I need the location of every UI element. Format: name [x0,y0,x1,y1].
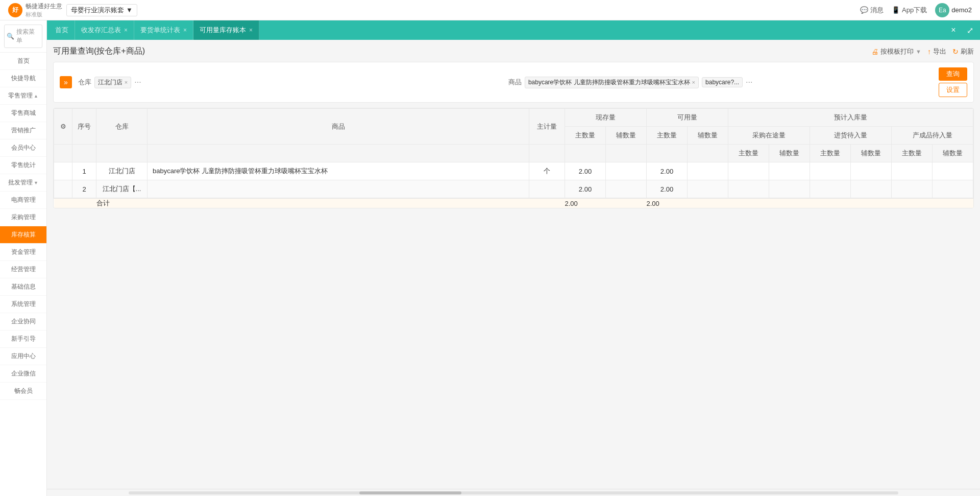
tab-close-order-stats[interactable]: × [183,27,187,33]
product-more-btn[interactable]: ··· [746,78,752,87]
cell-avail-main-1: 2.00 [647,162,688,180]
cell-pp-aux-2 [851,180,892,199]
cell-prod-main-1 [892,162,933,180]
tab-close-receipt-summary[interactable]: × [124,27,128,33]
filter-product-group: 商品 babycare学饮杯 儿童防摔防撞吸管杯重力球吸嘴杯宝宝水杯 × bab… [508,77,933,88]
cell-pt-main-1 [728,162,769,180]
sidebar-item-app-center[interactable]: 应用中心 [0,348,46,365]
sidebar-item-enterprise-collab[interactable]: 企业协同 [0,313,46,330]
product-tag-2: babycare?... [702,77,743,87]
cell-gear-1[interactable] [54,162,72,180]
user-profile[interactable]: Ea demo2 [935,3,972,17]
export-action[interactable]: ↑ 导出 [927,47,946,56]
cell-pp-main-2 [810,180,851,199]
sidebar-item-member[interactable]: 畅会员 [0,383,46,400]
template-print-action[interactable]: 🖨 按模板打印 ▼ [871,47,921,56]
warehouse-tag-close[interactable]: × [125,79,128,85]
sidebar-item-retail-stats[interactable]: 零售统计 [0,157,46,174]
th-available-qty: 可用量 [647,109,728,127]
cell-stock-aux-2 [606,180,647,199]
sidebar-item-purchase-mgmt[interactable]: 采购管理 [0,209,46,226]
cell-prod-aux-2 [933,180,973,199]
cell-avail-aux-2 [688,180,728,199]
product-tag1-close[interactable]: × [692,79,695,85]
tab-receipt-summary[interactable]: 收发存汇总表 × [75,20,134,40]
cell-product-2 [148,180,529,199]
tab-close-all-btn[interactable]: × [947,24,960,36]
sidebar-item-finance-mgmt[interactable]: 资金管理 [0,244,46,261]
main-layout: 🔍 搜索菜单 首页 快捷导航 零售管理 零售商城 营销推广 会员中心 零售统计 … [0,20,980,496]
sidebar-item-ecom-mgmt[interactable]: 电商管理 [0,192,46,209]
cell-stock-main-2: 2.00 [565,180,606,199]
filter-warehouse-group: 仓库 江北门店 × ··· [78,77,502,88]
cell-product-1: babycare学饮杯 儿童防摔防撞吸管杯重力球吸嘴杯宝宝水杯 [148,162,529,180]
th-purchase-pending-header: 进货待入量 [810,127,892,145]
th-gear[interactable]: ⚙ [54,109,72,145]
inventory-table: ⚙ 序号 仓库 商品 主计量 现存量 可用量 预计入库量 主数量 辅数量 [54,108,973,208]
th-empty8 [647,145,688,162]
top-bar-right: 💬 消息 📱 App下载 Ea demo2 [860,3,972,17]
sidebar-item-retail-mall[interactable]: 零售商城 [0,105,46,122]
footer-label: 合计 [96,198,148,208]
footer-prod-main [892,198,933,208]
sidebar-item-new-user-guide[interactable]: 新手引导 [0,330,46,348]
cell-pt-aux-1 [769,162,810,180]
logo-text: 畅捷通好生意 [26,2,62,11]
industry-selector[interactable]: 母婴行业演示账套 ▼ [66,4,137,16]
page-header: 可用量查询(按仓库+商品) 🖨 按模板打印 ▼ ↑ 导出 ↻ 刷新 [53,46,974,57]
sidebar-item-enterprise-wechat[interactable]: 企业微信 [0,365,46,383]
th-main-unit: 主计量 [529,109,565,145]
search-menu-btn[interactable]: 🔍 搜索菜单 [4,25,42,48]
cell-prod-aux-1 [933,162,973,180]
top-bar: 好 畅捷通好生意 标准版 母婴行业演示账套 ▼ 💬 消息 📱 App下载 Ea … [0,0,980,20]
footer-cell-2 [72,198,96,208]
th-empty1 [54,145,72,162]
refresh-action[interactable]: ↻ 刷新 [952,47,974,56]
cell-avail-main-2: 2.00 [647,180,688,199]
sidebar-item-home[interactable]: 首页 [0,53,46,70]
cell-stock-aux-1 [606,162,647,180]
tab-order-stats[interactable]: 要货单统计表 × [134,20,193,40]
sidebar-item-member-center[interactable]: 会员中心 [0,139,46,157]
horizontal-scrollbar-track[interactable] [129,491,898,494]
th-purchase-transit-aux: 辅数量 [769,145,810,162]
app-download-action[interactable]: 📱 App下载 [892,6,927,15]
sidebar-item-quick-nav[interactable]: 快捷导航 [0,70,46,87]
cell-warehouse-1: 江北门店 [96,162,148,180]
product-label: 商品 [508,78,522,87]
query-btn[interactable]: 查询 [939,67,967,81]
th-stock-aux: 辅数量 [606,127,647,145]
sidebar-item-wholesale-mgmt[interactable]: 批发管理 [0,174,46,192]
avatar: Ea [935,3,949,17]
sidebar-item-sys-mgmt[interactable]: 系统管理 [0,296,46,313]
filter-expand-btn[interactable]: » [60,76,72,88]
warehouse-more-btn[interactable]: ··· [134,78,141,87]
tab-expand-btn[interactable]: ⤢ [964,24,976,36]
footer-cell-5 [529,198,565,208]
th-empty2 [72,145,96,162]
sidebar-item-operation-mgmt[interactable]: 经营管理 [0,261,46,278]
tab-bar-actions: × ⤢ [947,24,980,36]
filter-actions: 查询 设置 [939,67,967,97]
print-arrow-icon: ▼ [916,49,921,55]
message-action[interactable]: 💬 消息 [860,6,884,15]
refresh-icon: ↻ [952,48,959,56]
sidebar-item-retail-mgmt[interactable]: 零售管理 [0,87,46,105]
sidebar-item-inventory-check[interactable]: 库存核算 [0,226,46,244]
setting-btn[interactable]: 设置 [939,83,967,97]
logo-icon: 好 [8,3,22,17]
footer-pp-aux [851,198,892,208]
cell-stock-main-1: 2.00 [565,162,606,180]
sidebar-item-basic-info[interactable]: 基础信息 [0,278,46,296]
tab-close-available-inventory[interactable]: × [249,27,253,33]
horizontal-scrollbar-thumb[interactable] [359,491,461,494]
header-actions: 🖨 按模板打印 ▼ ↑ 导出 ↻ 刷新 [871,47,974,56]
table-container: ⚙ 序号 仓库 商品 主计量 现存量 可用量 预计入库量 主数量 辅数量 [53,108,974,208]
sidebar-item-marketing[interactable]: 营销推广 [0,122,46,139]
th-purchase-transit-main: 主数量 [728,145,769,162]
tab-home[interactable]: 首页 [49,20,75,40]
cell-gear-2[interactable] [54,180,72,199]
sidebar: 🔍 搜索菜单 首页 快捷导航 零售管理 零售商城 营销推广 会员中心 零售统计 … [0,20,47,496]
tab-available-inventory[interactable]: 可用量库存账本 × [193,20,259,40]
table-footer-row: 合计 2.00 2.00 [54,198,973,208]
